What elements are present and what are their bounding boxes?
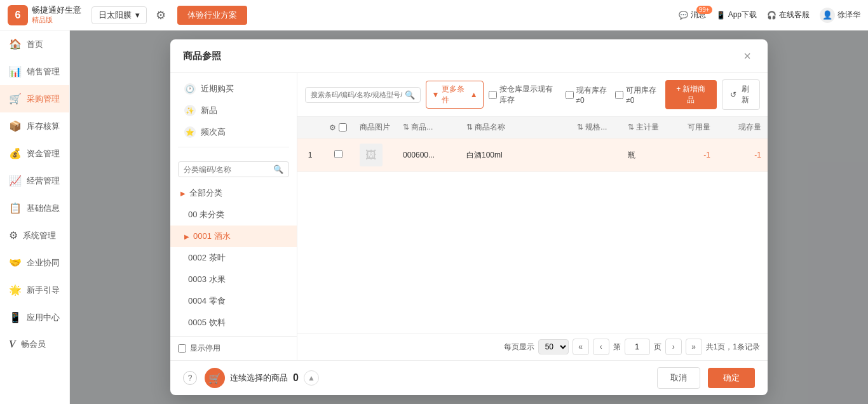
avatar: 👤 — [820, 8, 835, 23]
messages-item[interactable]: 💬 消息 99+ — [679, 10, 706, 20]
logo-sub: 精品版 — [32, 15, 81, 25]
cat-item-all[interactable]: ▶ 全部分类 — [170, 182, 297, 204]
category-search: 🔍 — [178, 161, 289, 177]
checkbox-warehouse-group: 按仓库显示现有库存 — [489, 84, 560, 105]
guide-icon: 🌟 — [9, 284, 22, 296]
base-icon: 📋 — [9, 202, 22, 214]
frequent-icon: ⭐ — [184, 126, 196, 138]
row-stock: -1 — [717, 138, 768, 172]
row-unit: 瓶 — [621, 138, 666, 172]
available-checkbox[interactable] — [615, 91, 623, 99]
messages-badge: 99+ — [696, 6, 712, 14]
content-area: 商品参照 × 🕐 近期购买 ✨ 新 — [70, 30, 868, 404]
sidebar-item-guide[interactable]: 🌟 新手引导 — [0, 276, 69, 304]
cat-item-3[interactable]: 0003 水果 — [170, 269, 297, 290]
apps-icon: 📱 — [9, 311, 22, 323]
sidebar-item-home[interactable]: 🏠 首页 — [0, 30, 69, 58]
select-all-checkbox[interactable] — [339, 123, 347, 131]
row-checkbox[interactable] — [334, 150, 342, 158]
filter-icon: ▼ — [431, 90, 439, 99]
cat-item-2[interactable]: 0002 茶叶 — [170, 247, 297, 269]
cart-collapse-btn[interactable]: ▲ — [304, 370, 319, 386]
sidebar-item-enterprise[interactable]: 🤝 企业协同 — [0, 249, 69, 276]
sidebar: 🏠 首页 📊 销售管理 🛒 采购管理 📦 库存核算 💰 资金管理 📈 经营管理 … — [0, 30, 70, 404]
th-code[interactable]: ⇅ 商品... — [397, 117, 460, 138]
cat-arrow-icon: ▶ — [180, 190, 186, 197]
refresh-btn[interactable]: ↺ 刷新 — [722, 79, 760, 110]
category-list: ▶ 全部分类 00 未分类 ▶ 0001 酒水 0002 茶 — [170, 182, 297, 336]
th-name[interactable]: ⇅ 商品名称 — [460, 117, 571, 138]
cat-item-5[interactable]: 0005 饮料 — [170, 312, 297, 333]
th-check: ⚙ — [323, 117, 353, 138]
row-name: 白酒100ml — [460, 138, 571, 172]
finance-icon: 💰 — [9, 147, 22, 159]
sidebar-item-finance[interactable]: 💰 资金管理 — [0, 140, 69, 167]
business-icon: 📈 — [9, 175, 22, 187]
th-unit[interactable]: ⇅ 主计量 — [621, 117, 666, 138]
recent-icon: 🕐 — [184, 83, 196, 95]
page-size-select[interactable]: 50 — [538, 339, 569, 354]
help-icon[interactable]: ? — [183, 371, 197, 385]
row-code: 000600... — [397, 138, 460, 172]
product-dialog: 商品参照 × 🕐 近期购买 ✨ 新 — [170, 39, 768, 395]
row-check — [323, 138, 353, 172]
sales-icon: 📊 — [9, 65, 22, 77]
settings-icon[interactable]: ⚙ — [329, 123, 336, 132]
cat-item-4[interactable]: 0004 零食 — [170, 290, 297, 312]
inventory-icon: 📦 — [9, 120, 22, 132]
dialog-header: 商品参照 × — [170, 39, 768, 73]
th-spec[interactable]: ⇅ 规格... — [571, 117, 621, 138]
th-num — [297, 117, 323, 138]
sidebar-item-apps[interactable]: 📱 应用中心 — [0, 304, 69, 331]
sidebar-item-member[interactable]: V 畅会员 — [0, 331, 69, 358]
app-download-item[interactable]: 📱 App下载 — [716, 10, 757, 20]
cat-frequent-btn[interactable]: ⭐ 频次高 — [178, 123, 289, 142]
cat-item-0[interactable]: 00 未分类 — [170, 204, 297, 226]
cat-new-btn[interactable]: ✨ 新品 — [178, 101, 289, 120]
page-last-btn[interactable]: » — [686, 339, 702, 355]
product-image: 🖼 — [360, 144, 383, 166]
category-search-input[interactable] — [184, 165, 271, 174]
table-row[interactable]: 1 🖼 000600... 白酒100ml — [297, 138, 768, 172]
current-stock-checkbox[interactable] — [566, 91, 574, 99]
purchase-icon: 🛒 — [9, 93, 22, 105]
page-input[interactable] — [625, 339, 650, 355]
th-stock[interactable]: 现存量 — [717, 117, 768, 138]
checkbox-current-stock-group: 现有库存≠0 — [566, 85, 611, 105]
user-item[interactable]: 👤 徐泽华 — [820, 8, 860, 23]
product-panel: 🔍 ▼ 更多条件 ▲ 按仓库显示现有库存 — [297, 73, 768, 360]
system-icon: ⚙ — [9, 229, 18, 241]
sidebar-item-purchase[interactable]: 🛒 采购管理 — [0, 85, 69, 112]
page-prev-btn[interactable]: ‹ — [593, 339, 609, 355]
page-first-btn[interactable]: « — [573, 339, 589, 355]
show-disabled-checkbox[interactable] — [178, 344, 186, 353]
sidebar-item-base[interactable]: 📋 基础信息 — [0, 194, 69, 222]
filter-more-btn[interactable]: ▼ 更多条件 ▲ — [426, 81, 483, 109]
confirm-button[interactable]: 确定 — [708, 368, 755, 388]
cat-item-1[interactable]: ▶ 0001 酒水 — [170, 226, 297, 247]
online-service-item[interactable]: 🎧 在线客服 — [767, 10, 810, 20]
logo-icon: 6 — [8, 5, 28, 25]
add-product-btn[interactable]: + 新增商品 — [665, 80, 717, 109]
experience-btn[interactable]: 体验行业方案 — [177, 6, 247, 25]
warehouse-checkbox[interactable] — [489, 91, 497, 99]
th-avail[interactable]: 可用量 — [666, 117, 717, 138]
nav-selector[interactable]: 日太阳膜 ▾ — [92, 6, 147, 24]
category-search-icon: 🔍 — [273, 165, 283, 174]
enterprise-icon: 🤝 — [9, 257, 22, 269]
row-spec — [571, 138, 621, 172]
sidebar-item-system[interactable]: ⚙ 系统管理 — [0, 222, 69, 249]
product-search-icon: 🔍 — [405, 90, 415, 100]
sidebar-item-inventory[interactable]: 📦 库存核算 — [0, 112, 69, 140]
show-disabled-area: 显示停用 — [170, 336, 297, 360]
sidebar-item-business[interactable]: 📈 经营管理 — [0, 167, 69, 194]
dialog-close-button[interactable]: × — [740, 48, 755, 64]
sidebar-item-sales[interactable]: 📊 销售管理 — [0, 58, 69, 85]
row-img: 🖼 — [353, 138, 397, 172]
product-search-input[interactable] — [311, 91, 402, 98]
page-next-btn[interactable]: › — [665, 339, 682, 355]
cat-recent-btn[interactable]: 🕐 近期购买 — [178, 79, 289, 98]
cancel-button[interactable]: 取消 — [657, 367, 700, 389]
nav-gear-icon[interactable]: ⚙ — [152, 6, 170, 24]
cat-active-arrow-icon: ▶ — [184, 233, 189, 240]
